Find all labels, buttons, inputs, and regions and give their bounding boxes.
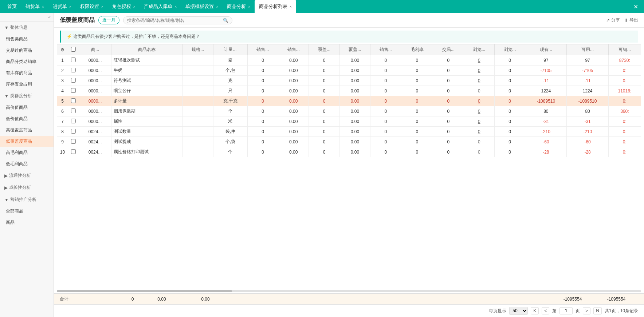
close-icon[interactable]: ×: [290, 5, 292, 9]
nav-tab-home[interactable]: 首页: [3, 0, 21, 13]
table-cell: 0: [401, 147, 433, 157]
page-size-select[interactable]: 50 20 100: [509, 307, 528, 315]
scrollbar-thumb[interactable]: [57, 290, 232, 292]
row-checkbox[interactable]: [71, 98, 76, 103]
sidebar-item-high-coverage[interactable]: 高覆盖度商品: [0, 124, 54, 136]
search-input[interactable]: [127, 18, 221, 23]
row-checkbox[interactable]: [71, 119, 76, 123]
close-icon[interactable]: ×: [216, 5, 218, 9]
close-icon[interactable]: ×: [133, 5, 136, 9]
table-cell: [68, 76, 79, 86]
sidebar-item-stock-goods[interactable]: 有库存的商品: [0, 67, 54, 79]
row-checkbox[interactable]: [71, 139, 76, 144]
table-cell: 个: [213, 106, 247, 116]
row-checkbox[interactable]: [71, 129, 76, 134]
sidebar-section-circulation[interactable]: ▶ 流通性分析: [0, 170, 54, 182]
table-cell[interactable]: 0: [464, 116, 494, 127]
sidebar-item-low-value[interactable]: 低价值商品: [0, 113, 54, 124]
sidebar-item-category-sales-rate[interactable]: 商品分类动销率: [0, 56, 54, 67]
col-checkbox-all[interactable]: [68, 44, 79, 55]
sidebar-item-stock-fund[interactable]: 库存资金占用: [0, 79, 54, 90]
table-cell[interactable]: 0: [464, 66, 494, 76]
table-row[interactable]: 10000...旺辅批次测试箱00.0000.000000097978730:: [57, 55, 641, 66]
nav-tab-template[interactable]: 单据模板设置 ×: [181, 0, 223, 13]
sidebar-item-traded-goods[interactable]: 交易过的商品: [0, 45, 54, 56]
sidebar-section-growth[interactable]: ▶ 成长性分析: [0, 182, 54, 194]
table-cell: 8730:: [608, 55, 641, 66]
nav-tab-roles[interactable]: 角色授权 ×: [108, 0, 140, 13]
close-icon[interactable]: ×: [42, 5, 44, 9]
export-button[interactable]: ⬇ 导出: [624, 17, 638, 23]
prev-page-button[interactable]: <: [542, 307, 549, 314]
close-icon[interactable]: ×: [69, 5, 71, 9]
row-checkbox[interactable]: [71, 78, 76, 83]
table-cell: 0.00: [339, 127, 370, 137]
sidebar-item-high-margin[interactable]: 高毛利商品: [0, 147, 54, 158]
sidebar-item-new-goods[interactable]: 新品: [0, 217, 54, 228]
table-cell: 0: [309, 76, 339, 86]
sidebar-section-overall[interactable]: ▼ 整体信息: [0, 21, 54, 33]
table-cell: 0.00: [278, 86, 309, 96]
table-container[interactable]: ⚙ 商... 商品名称 规格... 计量... 销售... 销售... 覆盖..…: [54, 44, 644, 289]
table-cell[interactable]: 0: [464, 137, 494, 147]
table-row[interactable]: 20000...牛奶个,包00.0000.0000000-7105-71050:: [57, 66, 641, 76]
table-cell: 0: [401, 55, 433, 66]
sidebar-section-marketing[interactable]: ▼ 营销推广分析: [0, 194, 54, 206]
table-cell: 个,包: [213, 66, 247, 76]
sidebar-item-high-value[interactable]: 高价值商品: [0, 102, 54, 113]
nav-tab-sales[interactable]: 销货单 ×: [21, 0, 48, 13]
table-row[interactable]: 50000...多计量克,千克00.0000.0000000-1089510-1…: [57, 96, 641, 106]
page-number-input[interactable]: [559, 307, 573, 314]
window-close-button[interactable]: ✕: [631, 3, 641, 10]
row-checkbox[interactable]: [71, 88, 76, 93]
last-page-button[interactable]: N: [593, 307, 602, 314]
table-cell: 0: [494, 86, 525, 96]
table-row[interactable]: 80024...测试数量袋,件00.0000.0000000-210-2100:: [57, 127, 641, 137]
date-filter-button[interactable]: 近一月: [98, 16, 119, 24]
next-page-button[interactable]: >: [583, 307, 590, 314]
pagination-bar: 每页显示 50 20 100 K < 第 页 > N 共1页，10条记录: [54, 304, 644, 317]
col-settings[interactable]: ⚙: [57, 44, 68, 55]
table-cell: 牛奶: [111, 66, 182, 76]
table-cell[interactable]: 0: [464, 147, 494, 157]
table-cell[interactable]: 0: [464, 86, 494, 96]
sidebar-item-sales-goods[interactable]: 销售类商品: [0, 33, 54, 45]
table-cell: 0.00: [278, 127, 309, 137]
close-icon[interactable]: ×: [174, 5, 177, 9]
row-checkbox[interactable]: [71, 108, 76, 113]
row-checkbox[interactable]: [71, 68, 76, 72]
row-checkbox[interactable]: [71, 149, 76, 154]
table-row[interactable]: 90024...测试提成个,袋00.0000.0000000-60-600:: [57, 137, 641, 147]
table-row[interactable]: 100024...属性价格打印测试个00.0000.0000000-28-280…: [57, 147, 641, 157]
search-icon[interactable]: 🔍: [223, 18, 228, 23]
sidebar-item-low-margin[interactable]: 低毛利商品: [0, 158, 54, 170]
nav-tab-purchase[interactable]: 进货单 ×: [48, 0, 76, 13]
close-icon[interactable]: ×: [101, 5, 103, 9]
sidebar-item-low-coverage[interactable]: 低覆盖度商品: [0, 136, 54, 147]
table-row[interactable]: 70000...属性米00.0000.0000000-31-310:: [57, 116, 641, 127]
sidebar-section-cluster[interactable]: ▼ 类群度分析: [0, 90, 54, 102]
sidebar-collapse-button[interactable]: «: [0, 13, 54, 21]
sidebar-item-all-goods[interactable]: 全部商品: [0, 206, 54, 217]
table-cell: 0.00: [339, 96, 370, 106]
table-cell[interactable]: 0: [464, 55, 494, 66]
close-icon[interactable]: ×: [248, 5, 250, 9]
select-all-checkbox[interactable]: [71, 47, 76, 52]
table-row[interactable]: 60000...启用保质期个00.0000.00000008080360:: [57, 106, 641, 116]
nav-tab-analysis-list[interactable]: 商品分析列表 ×: [255, 0, 296, 13]
table-row[interactable]: 40000...眠宝公仔只00.0000.0000000122412241101…: [57, 86, 641, 96]
table-cell[interactable]: 0: [464, 96, 494, 106]
horizontal-scrollbar[interactable]: [57, 290, 641, 292]
table-cell[interactable]: 0: [464, 106, 494, 116]
row-checkbox[interactable]: [71, 58, 76, 62]
nav-tab-permissions[interactable]: 权限设置 ×: [76, 0, 108, 13]
share-button[interactable]: ↗ 分享: [606, 17, 620, 23]
nav-tab-analysis[interactable]: 商品分析 ×: [223, 0, 255, 13]
table-cell[interactable]: 0: [464, 76, 494, 86]
info-banner: ⚡ 这类商品只有很少客户购买过，是推广不够，还是商品本身问题？: [60, 31, 638, 43]
table-cell[interactable]: 0: [464, 127, 494, 137]
first-page-button[interactable]: K: [531, 307, 539, 314]
nav-tab-production[interactable]: 产成品入库单 ×: [140, 0, 181, 13]
table-cell: 0: [401, 96, 433, 106]
table-row[interactable]: 30000...符号测试克00.0000.0000000-11-110:: [57, 76, 641, 86]
